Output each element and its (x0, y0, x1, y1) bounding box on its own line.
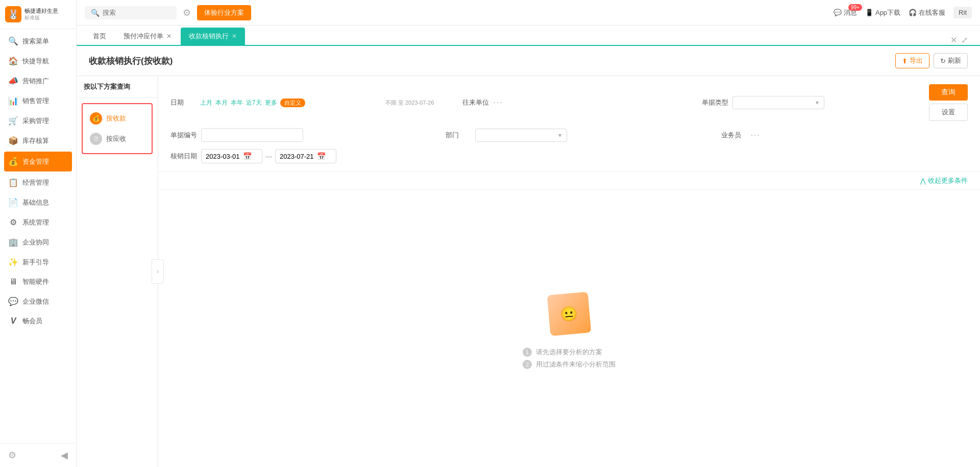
search-input[interactable] (103, 9, 164, 16)
user-avatar-btn[interactable]: Rit (953, 7, 972, 18)
page-title: 收款核销执行(按收款) (89, 55, 173, 67)
enterprise-icon: 🏢 (8, 237, 18, 247)
sidebar-item-wechat[interactable]: 💬 企业微信 (0, 291, 76, 311)
date-7days[interactable]: 近7天 (246, 99, 262, 107)
header-search-box[interactable]: 🔍 (85, 6, 177, 19)
page-area: 收款核销执行(按收款) ⬆ 导出 ↻ 刷新 按以下方案查询 💰 (77, 46, 980, 467)
sidebar-label-finance: 资金管理 (22, 157, 49, 166)
sidebar-item-quick-nav[interactable]: 🏠 快捷导航 (0, 51, 76, 71)
verify-date-start-value: 2023-03-01 (206, 153, 240, 160)
doc-type-label: 单据类型 (702, 98, 728, 107)
sidebar-item-inventory[interactable]: 📦 库存核算 (0, 131, 76, 151)
sidebar-nav: 🔍 搜索菜单 🏠 快捷导航 📣 营销推广 📊 销售管理 🛒 采购管理 📦 库存核… (0, 29, 76, 443)
sidebar-item-enterprise[interactable]: 🏢 企业协同 (0, 232, 76, 252)
verify-date-range: 2023-03-01 📅 — 2023-07-21 📅 (201, 149, 336, 163)
staff-label: 业务员 (721, 131, 747, 140)
tab-receipt-close[interactable]: ✕ (232, 33, 237, 40)
chevron-down-icon: ▾ (816, 99, 819, 106)
filter-panel-collapse-btn[interactable]: › (152, 259, 164, 284)
sidebar-item-marketing[interactable]: 📣 营销推广 (0, 71, 76, 91)
counterparty-select[interactable]: ··· (493, 98, 503, 107)
online-service-btn[interactable]: 🎧 在线客服 (909, 8, 945, 17)
date-this-year[interactable]: 本年 (231, 99, 243, 107)
refresh-label: 刷新 (948, 56, 961, 65)
tab-receipt-label: 收款核销执行 (189, 32, 229, 41)
date-this-month[interactable]: 本月 (215, 99, 228, 107)
tab-close-all-icon[interactable]: ✕ (950, 35, 957, 45)
app-download-btn[interactable]: 📱 App下载 (865, 8, 900, 17)
refresh-btn[interactable]: ↻ 刷新 (934, 53, 968, 68)
sidebar-label-enterprise: 企业协同 (22, 238, 49, 247)
sidebar-item-search[interactable]: 🔍 搜索菜单 (0, 31, 76, 51)
sidebar-footer: ⚙ ◀ (0, 443, 76, 467)
dept-select[interactable]: ▾ (475, 129, 567, 142)
sidebar-item-sales[interactable]: 📊 销售管理 (0, 91, 76, 111)
collapse-more-btn[interactable]: ⋀ 收起更多条件 (158, 172, 980, 190)
sidebar-item-basic[interactable]: 📄 基础信息 (0, 192, 76, 212)
sidebar-label-member: 畅会员 (22, 316, 42, 326)
verify-date-end[interactable]: 2023-07-21 📅 (275, 149, 336, 163)
doc-type-select[interactable]: ▾ (732, 96, 824, 109)
sidebar-label-basic: 基础信息 (22, 198, 49, 207)
sidebar-item-guide[interactable]: ✨ 新手引导 (0, 252, 76, 272)
logo-icon: 🐰 (5, 6, 21, 22)
date-more[interactable]: 更多 (265, 99, 277, 107)
settings-icon[interactable]: ⚙ (8, 450, 16, 461)
filter-options-box: 💰 按收款 ⏱ 按应收 (82, 103, 153, 154)
tab-expand-icon[interactable]: ⤢ (961, 35, 968, 45)
filter-option-by-receivable[interactable]: ⏱ 按应收 (87, 129, 148, 149)
verify-date-start[interactable]: 2023-03-01 📅 (201, 149, 262, 163)
tip-text-1: 请先选择要分析的方案 (536, 348, 602, 357)
refresh-icon: ↻ (940, 57, 946, 65)
sidebar-label-guide: 新手引导 (22, 258, 49, 267)
gear-icon[interactable]: ⚙ (183, 7, 191, 18)
collapse-sidebar-icon[interactable]: ◀ (61, 450, 68, 461)
top-header: 🔍 ⚙ 体验行业方案 💬 消息 99+ 📱 App下载 🎧 在线客服 Rit (77, 0, 980, 26)
date-last-month[interactable]: 上月 (200, 99, 212, 107)
empty-tip-2: 2 用过滤条件来缩小分析范围 (523, 360, 616, 369)
sidebar-item-purchase[interactable]: 🛒 采购管理 (0, 111, 76, 131)
page-header: 收款核销执行(按收款) ⬆ 导出 ↻ 刷新 (77, 46, 980, 76)
message-btn[interactable]: 💬 消息 99+ (834, 8, 857, 17)
export-btn[interactable]: ⬆ 导出 (895, 53, 929, 68)
export-icon: ⬆ (902, 57, 908, 65)
basic-icon: 📄 (8, 198, 18, 207)
guide-icon: ✨ (8, 257, 18, 267)
query-btn[interactable]: 查询 (929, 84, 968, 101)
tip-num-2: 2 (523, 360, 532, 369)
counterparty-field: 往来单位 ··· (462, 98, 673, 107)
tab-prepay[interactable]: 预付冲应付单 ✕ (115, 28, 180, 45)
sidebar-label-purchase: 采购管理 (22, 116, 49, 126)
date-dash: — (265, 153, 272, 160)
receivable-option-icon: ⏱ (90, 133, 102, 145)
industry-btn[interactable]: 体验行业方案 (197, 5, 251, 20)
date-field: 日期 上月 本月 本年 近7天 更多 自定义 (170, 98, 381, 107)
tab-prepay-close[interactable]: ✕ (166, 33, 172, 40)
tab-bar-right: ✕ ⤢ (950, 35, 972, 45)
sidebar-item-finance[interactable]: 💰 资金管理 (4, 152, 72, 171)
receipt-option-icon: 💰 (90, 112, 102, 125)
purchase-icon: 🛒 (8, 116, 18, 126)
logo-area: 🐰 畅捷通好生意 标准版 (0, 0, 76, 29)
filter-panel: 按以下方案查询 💰 按收款 ⏱ 按应收 › (77, 76, 158, 467)
hardware-icon: 🖥 (8, 277, 18, 286)
doc-number-input[interactable] (201, 128, 303, 142)
sidebar-item-operation[interactable]: 📋 经营管理 (0, 173, 76, 192)
filter-option-by-receipt[interactable]: 💰 按收款 (87, 108, 148, 129)
operation-icon: 📋 (8, 178, 18, 187)
sidebar-label-wechat: 企业微信 (22, 297, 49, 306)
settings-btn[interactable]: 设置 (929, 104, 968, 121)
date-custom-badge[interactable]: 自定义 (280, 99, 305, 107)
tab-receipt[interactable]: 收款核销执行 ✕ (181, 28, 245, 45)
tab-home[interactable]: 首页 (85, 28, 114, 45)
sidebar-label-quick-nav: 快捷导航 (22, 57, 49, 66)
app-download-label: App下载 (875, 8, 900, 17)
sidebar-item-hardware[interactable]: 🖥 智能硬件 (0, 272, 76, 291)
sidebar-item-system[interactable]: ⚙ 系统管理 (0, 212, 76, 232)
verify-date-label: 核销日期 (170, 152, 197, 161)
member-icon: V (8, 316, 18, 326)
receipt-option-label: 按收款 (106, 114, 126, 123)
staff-select[interactable]: ··· (751, 131, 761, 140)
sidebar-item-member[interactable]: V 畅会员 (0, 311, 76, 331)
dept-chevron-icon: ▾ (558, 132, 561, 139)
